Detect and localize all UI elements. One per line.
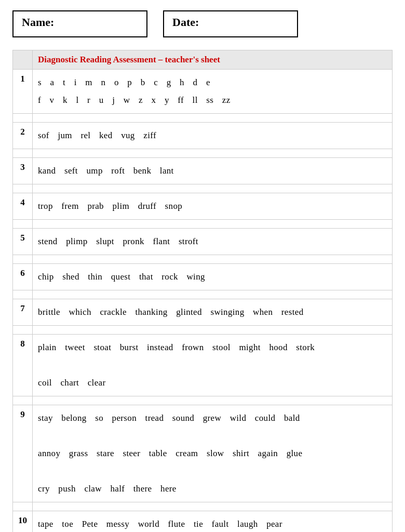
- row-number: 2: [13, 123, 33, 149]
- row-words: s a t i m n o p b c g h d ef v k l r u j…: [33, 70, 393, 114]
- table-row: 7brittle which crackle thanking glinted …: [13, 299, 393, 326]
- row-number: 6: [13, 264, 33, 290]
- row-words: chip shed thin quest that rock wing: [33, 264, 393, 290]
- table-row: 4trop frem prab plim druff snop: [13, 193, 393, 220]
- title-row-num: [13, 50, 33, 70]
- table-row: 6chip shed thin quest that rock wing: [13, 264, 393, 290]
- word-line: kand seft ump roft benk lant: [38, 166, 174, 176]
- row-words: sof jum rel ked vug ziff: [33, 123, 393, 149]
- word-line: annoy grass stare steer table cream slow…: [38, 448, 302, 458]
- word-line: chip shed thin quest that rock wing: [38, 272, 205, 282]
- row-number: 7: [13, 299, 33, 326]
- spacer-row: [13, 502, 393, 511]
- table-row: 2sof jum rel ked vug ziff: [13, 123, 393, 149]
- word-line: stay belong so person tread sound grew w…: [38, 413, 300, 423]
- name-field[interactable]: Name:: [12, 10, 147, 37]
- word-line: s a t i m n o p b c g h d e: [38, 77, 210, 87]
- word-line: sof jum rel ked vug ziff: [38, 130, 156, 140]
- header: Name: Date:: [12, 10, 393, 37]
- row-words: trop frem prab plim druff snop: [33, 193, 393, 220]
- table-title: Diagnostic Reading Assessment – teacher'…: [33, 50, 393, 70]
- row-words: brittle which crackle thanking glinted s…: [33, 299, 393, 326]
- table-row: 5stend plimp slupt pronk flant stroft: [13, 229, 393, 255]
- row-number: 5: [13, 229, 33, 255]
- row-words: stend plimp slupt pronk flant stroft: [33, 229, 393, 255]
- spacer-row: [13, 326, 393, 335]
- row-number: 8: [13, 335, 33, 396]
- date-field[interactable]: Date:: [163, 10, 298, 37]
- spacer-row: [13, 220, 393, 229]
- row-number: 1: [13, 70, 33, 114]
- table-row: 8plain tweet stoat burst instead frown s…: [13, 335, 393, 396]
- row-number: 3: [13, 158, 33, 184]
- name-label: Name:: [22, 16, 54, 29]
- table-row: 10tape toe Pete messy world flute tie fa…: [13, 511, 393, 533]
- spacer-row: [13, 396, 393, 405]
- word-line: tape toe Pete messy world flute tie faul…: [38, 519, 282, 529]
- spacer-row: [13, 255, 393, 264]
- row-words: stay belong so person tread sound grew w…: [33, 405, 393, 502]
- row-words: kand seft ump roft benk lant: [33, 158, 393, 184]
- spacer-row: [13, 290, 393, 299]
- word-line: f v k l r u j w z x y ff ll ss zz: [38, 95, 231, 105]
- word-line: trop frem prab plim druff snop: [38, 201, 182, 211]
- title-row: Diagnostic Reading Assessment – teacher'…: [13, 50, 393, 70]
- word-line: cry push claw half there here: [38, 484, 177, 494]
- word-line: brittle which crackle thanking glinted s…: [38, 307, 303, 317]
- assessment-table: Diagnostic Reading Assessment – teacher'…: [12, 50, 393, 532]
- row-words: tape toe Pete messy world flute tie faul…: [33, 511, 393, 533]
- spacer-row: [13, 149, 393, 158]
- spacer-row: [13, 184, 393, 193]
- row-words: plain tweet stoat burst instead frown st…: [33, 335, 393, 396]
- table-row: 9stay belong so person tread sound grew …: [13, 405, 393, 502]
- row-number: 4: [13, 193, 33, 220]
- table-row: 3kand seft ump roft benk lant: [13, 158, 393, 184]
- word-line: stend plimp slupt pronk flant stroft: [38, 236, 198, 246]
- word-line: plain tweet stoat burst instead frown st…: [38, 342, 315, 352]
- table-row: 1s a t i m n o p b c g h d ef v k l r u …: [13, 70, 393, 114]
- row-number: 9: [13, 405, 33, 502]
- word-line: coil chart clear: [38, 378, 105, 388]
- spacer-row: [13, 114, 393, 123]
- row-number: 10: [13, 511, 33, 533]
- date-label: Date:: [172, 16, 199, 29]
